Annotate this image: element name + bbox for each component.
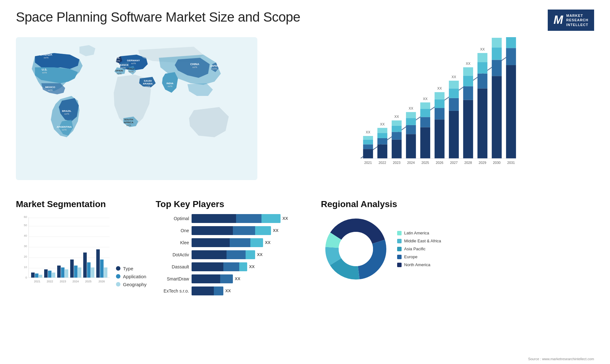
svg-text:2028: 2028 [464, 161, 472, 165]
svg-text:xx%: xx% [212, 67, 217, 70]
logo-area: M MARKET RESEARCH INTELLECT [548, 10, 594, 31]
player-bar [192, 262, 247, 271]
svg-rect-129 [74, 266, 78, 278]
geography-label: Geography [123, 282, 146, 287]
latin-america-color [397, 231, 402, 235]
svg-rect-62 [420, 109, 430, 117]
svg-text:2026: 2026 [436, 161, 444, 165]
middle-east-color [397, 239, 402, 243]
seg-legend: Type Application Geography [116, 266, 146, 287]
bar-seg2 [230, 238, 250, 247]
svg-text:xx%: xx% [44, 56, 48, 59]
legend-type: Type [116, 266, 146, 271]
svg-rect-132 [83, 253, 87, 278]
type-label: Type [123, 266, 133, 271]
svg-rect-92 [492, 47, 502, 60]
players-list: Optimal XX One [156, 214, 315, 295]
bar-seg2 [223, 262, 239, 271]
north-america-label: North America [404, 262, 430, 267]
svg-rect-133 [87, 262, 91, 278]
bar-seg2 [214, 286, 223, 295]
svg-rect-38 [363, 140, 373, 145]
svg-text:2023: 2023 [393, 161, 401, 165]
svg-text:xx%: xx% [129, 70, 133, 73]
svg-text:GERMANY: GERMANY [127, 59, 140, 62]
svg-rect-69 [435, 92, 444, 99]
bar-seg3 [246, 250, 255, 259]
svg-rect-67 [435, 108, 444, 119]
svg-text:0: 0 [25, 276, 27, 279]
player-name: Klee [156, 240, 189, 245]
svg-text:xx%: xx% [145, 85, 150, 88]
svg-rect-55 [406, 125, 416, 134]
svg-rect-87 [478, 53, 487, 62]
svg-rect-73 [449, 98, 459, 111]
svg-text:XX: XX [437, 86, 442, 90]
svg-text:AFRICA: AFRICA [124, 121, 133, 124]
regional-title: Regional Analysis [321, 199, 594, 209]
player-bar [192, 226, 271, 235]
application-label: Application [123, 274, 146, 279]
logo-text: MARKET RESEARCH INTELLECT [566, 13, 588, 27]
bar-chart-svg: XX 2021 XX 2022 XX [270, 37, 594, 180]
svg-text:SAUDI: SAUDI [144, 79, 152, 82]
svg-text:MEXICO: MEXICO [45, 86, 55, 89]
north-america-color [397, 263, 402, 267]
donut-container: Latin America Middle East & Africa Asia … [321, 214, 594, 284]
legend-north-america: North America [397, 262, 441, 267]
asia-pacific-color [397, 247, 402, 251]
player-row: SmartDraw XX [156, 274, 315, 283]
player-bar-container: XX [192, 274, 315, 283]
svg-rect-43 [377, 138, 387, 145]
svg-text:xx%: xx% [115, 59, 120, 62]
svg-rect-93 [492, 38, 502, 47]
svg-rect-45 [377, 128, 387, 133]
svg-text:SPAIN: SPAIN [115, 69, 123, 72]
europe-color [397, 255, 402, 259]
svg-rect-126 [65, 269, 68, 278]
player-xx: XX [225, 288, 231, 293]
geography-dot [116, 282, 120, 286]
svg-text:CHINA: CHINA [190, 63, 200, 66]
svg-rect-134 [91, 267, 94, 278]
svg-rect-66 [435, 119, 444, 158]
player-bar [192, 250, 255, 259]
player-name: One [156, 228, 189, 233]
bar-seg1 [192, 238, 230, 247]
svg-rect-36 [363, 149, 373, 158]
svg-text:2024: 2024 [407, 161, 415, 165]
page-title: Space Planning Software Market Size and … [16, 10, 300, 25]
player-name: DotActiv [156, 252, 189, 257]
svg-text:JAPAN: JAPAN [210, 64, 219, 67]
svg-rect-130 [78, 267, 81, 278]
svg-text:XX: XX [394, 115, 399, 118]
svg-rect-85 [478, 73, 487, 88]
svg-text:20: 20 [24, 255, 27, 258]
bar-seg2 [233, 226, 255, 235]
svg-rect-96 [506, 48, 516, 65]
legend-middle-east: Middle East & Africa [397, 239, 441, 243]
legend-geography: Geography [116, 282, 146, 287]
logo-letter: M [553, 13, 563, 27]
bar-seg1 [192, 250, 227, 259]
svg-text:SOUTH: SOUTH [124, 118, 133, 121]
svg-rect-49 [392, 132, 402, 139]
bar-seg2 [220, 274, 233, 283]
type-dot [116, 266, 120, 271]
bar-seg1 [192, 262, 223, 271]
svg-text:ARGENTINA: ARGENTINA [57, 125, 72, 128]
top-row: CANADA xx% U.S. xx% MEXICO xx% BRAZIL xx… [16, 37, 594, 193]
svg-text:xx%: xx% [64, 112, 69, 115]
player-bar-container: XX [192, 250, 315, 259]
svg-text:2030: 2030 [493, 161, 501, 165]
seg-chart-svg: 0 10 20 30 40 50 60 [16, 214, 111, 287]
player-xx: XX [249, 264, 254, 269]
svg-rect-63 [420, 102, 430, 109]
svg-text:XX: XX [409, 106, 413, 110]
regional-section: Regional Analysis [321, 199, 594, 294]
svg-text:2025: 2025 [85, 280, 92, 283]
asia-pacific-label: Asia Pacific [404, 246, 425, 251]
svg-rect-68 [435, 99, 444, 108]
svg-rect-90 [492, 76, 502, 158]
svg-text:60: 60 [24, 215, 27, 219]
